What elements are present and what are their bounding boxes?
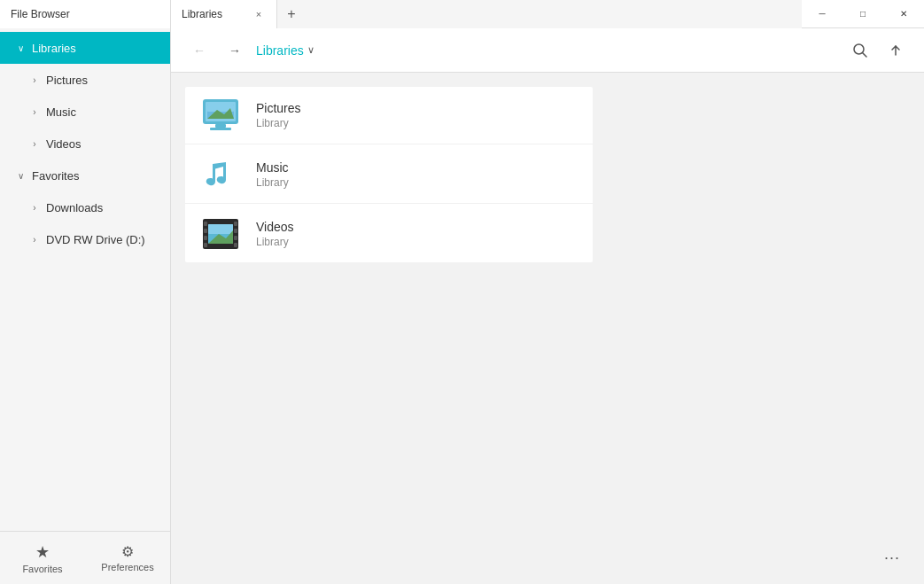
sidebar-item-favorites[interactable]: ∨ Favorites — [0, 160, 170, 191]
file-name-music: Music — [256, 160, 289, 175]
minimize-button[interactable]: ─ — [802, 0, 842, 28]
favorites-footer-label: Favorites — [22, 564, 62, 574]
svg-rect-21 — [234, 243, 237, 247]
window-controls: ─ □ ✕ — [802, 0, 924, 28]
new-tab-button[interactable]: + — [277, 0, 306, 28]
file-thumb-videos — [199, 216, 242, 252]
up-arrow-icon — [888, 43, 904, 58]
star-icon: ★ — [35, 542, 50, 562]
sidebar-item-label: DVD RW Drive (D:) — [46, 233, 145, 246]
sidebar-item-label: Videos — [46, 137, 82, 151]
sidebar-item-downloads[interactable]: › Downloads — [0, 191, 170, 223]
chevron-down-icon: ∨ — [14, 43, 27, 53]
chevron-right-icon: › — [28, 107, 41, 117]
svg-rect-15 — [204, 229, 207, 233]
svg-rect-14 — [204, 222, 207, 226]
chevron-right-icon: › — [28, 139, 41, 149]
search-icon — [852, 43, 868, 58]
videos-folder-icon — [199, 216, 242, 252]
sidebar-item-label: Favorites — [32, 169, 79, 183]
tabs-area: Libraries × + — [171, 0, 802, 28]
file-info-pictures: Pictures Library — [256, 101, 301, 129]
file-name-pictures: Pictures — [256, 101, 301, 115]
more-options-button[interactable]: ··· — [874, 540, 910, 575]
sidebar-item-label: Music — [46, 105, 76, 119]
sidebar-content: ∨ Libraries › Pictures › Music › Videos … — [0, 28, 170, 531]
file-type-videos: Library — [256, 236, 294, 248]
file-type-music: Library — [256, 176, 289, 189]
file-info-videos: Videos Library — [256, 220, 294, 248]
svg-rect-20 — [234, 236, 237, 240]
pictures-folder-icon — [199, 97, 242, 133]
svg-line-1 — [863, 52, 867, 57]
up-button[interactable] — [881, 36, 910, 65]
app-title: File Browser — [0, 0, 171, 28]
sidebar-item-label: Libraries — [32, 42, 76, 55]
svg-rect-19 — [234, 229, 237, 233]
search-button[interactable] — [846, 36, 874, 65]
svg-rect-18 — [234, 222, 237, 226]
file-name-videos: Videos — [256, 220, 294, 234]
sidebar-item-videos[interactable]: › Videos — [0, 128, 170, 160]
content-area: ← → Libraries ∨ — [171, 28, 924, 584]
sidebar-footer: ★ Favorites ⚙ Preferences — [0, 531, 170, 584]
preferences-footer-button[interactable]: ⚙ Preferences — [85, 532, 170, 584]
preferences-footer-label: Preferences — [101, 562, 153, 572]
close-button[interactable]: ✕ — [883, 0, 924, 28]
file-info-music: Music Library — [256, 160, 289, 189]
sidebar-item-libraries[interactable]: ∨ Libraries — [0, 32, 170, 64]
file-thumb-music — [199, 157, 242, 192]
file-item-music[interactable]: Music Library — [185, 146, 593, 204]
tab-close-button[interactable]: × — [252, 7, 266, 21]
forward-button[interactable]: → — [221, 36, 249, 65]
sidebar-item-pictures[interactable]: › Pictures — [0, 64, 170, 96]
file-item-pictures[interactable]: Pictures Library — [185, 87, 593, 144]
address-chevron-icon: ∨ — [307, 44, 314, 56]
sidebar-item-label: Pictures — [46, 74, 88, 87]
chevron-right-icon: › — [28, 203, 41, 213]
chevron-right-icon: › — [28, 75, 41, 85]
maximize-button[interactable]: □ — [842, 0, 883, 28]
file-list: Pictures Library Music — [171, 73, 924, 584]
address-path-label: Libraries — [256, 43, 304, 58]
file-type-pictures: Library — [256, 117, 301, 129]
svg-rect-8 — [215, 124, 226, 128]
sidebar-item-dvd[interactable]: › DVD RW Drive (D:) — [0, 223, 170, 255]
file-grid: Pictures Library Music — [185, 87, 593, 262]
main-layout: ∨ Libraries › Pictures › Music › Videos … — [0, 28, 924, 584]
sidebar: ∨ Libraries › Pictures › Music › Videos … — [0, 28, 171, 584]
file-thumb-pictures — [199, 97, 242, 133]
title-bar: File Browser Libraries × + ─ □ ✕ — [0, 0, 924, 28]
svg-rect-12 — [208, 224, 233, 234]
svg-rect-16 — [204, 236, 207, 240]
chevron-right-icon: › — [28, 235, 41, 245]
address-path[interactable]: Libraries ∨ — [256, 43, 314, 58]
file-item-videos[interactable]: Videos Library — [185, 206, 593, 262]
svg-rect-17 — [204, 243, 207, 247]
tab-label: Libraries — [182, 8, 222, 20]
favorites-footer-button[interactable]: ★ Favorites — [0, 532, 85, 584]
address-bar: ← → Libraries ∨ — [171, 28, 924, 73]
music-folder-icon — [201, 157, 240, 192]
sidebar-item-label: Downloads — [46, 201, 103, 214]
back-button[interactable]: ← — [185, 36, 214, 65]
gear-icon: ⚙ — [121, 543, 134, 560]
svg-rect-9 — [210, 128, 231, 130]
sidebar-item-music[interactable]: › Music — [0, 96, 170, 128]
chevron-down-icon: ∨ — [14, 171, 27, 181]
tab-libraries[interactable]: Libraries × — [171, 0, 277, 28]
